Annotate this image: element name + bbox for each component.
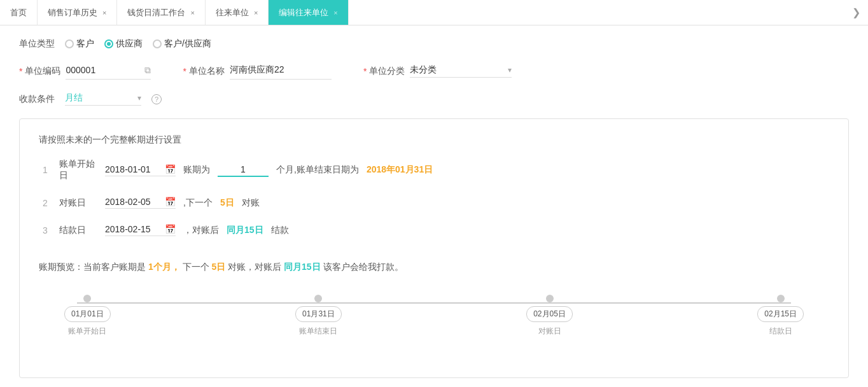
tab-edit-partner-label: 编辑往来单位: [279, 7, 328, 18]
unit-name-input-wrap: [230, 62, 332, 80]
tab-partner-close[interactable]: ×: [254, 9, 258, 17]
code-name-category-row: * 单位编码 ⧉ * 单位名称 * 单位分类 未分类 ▾: [19, 62, 849, 80]
tab-bar: 首页 销售订单历史 × 钱货日清工作台 × 往来单位 × 编辑往来单位 × ❯: [0, 0, 868, 25]
payment-dropdown[interactable]: 月结 ▾: [65, 92, 141, 106]
preview-h2: 5日: [211, 262, 225, 272]
row1-date-wrap: 📅: [105, 164, 176, 176]
row3-date-wrap: 📅: [105, 224, 176, 236]
timeline-node-2: 01月31日 账单结束日: [295, 295, 342, 337]
tab-sales-order[interactable]: 销售订单历史 ×: [38, 0, 117, 25]
row3-label: 结款日: [59, 225, 97, 236]
unit-code-star: *: [19, 66, 22, 76]
tab-partner-label: 往来单位: [216, 7, 249, 18]
unit-cat-label: 单位分类: [369, 66, 405, 77]
row3-suffix-post: 结款: [271, 225, 289, 236]
row2-date-wrap: 📅: [105, 197, 176, 209]
row3-cal-icon[interactable]: 📅: [165, 224, 176, 234]
radio-customer-label: 客户: [76, 38, 94, 50]
radio-customer[interactable]: 客户: [65, 38, 94, 50]
preview-h1: 1个月，: [148, 262, 180, 272]
timeline-badge-3: 02月05日: [526, 306, 573, 322]
tab-edit-partner-close[interactable]: ×: [333, 9, 337, 17]
row1-end-date: 2018年01月31日: [367, 164, 433, 176]
tab-sales-close[interactable]: ×: [102, 9, 106, 17]
tab-cash-daily[interactable]: 钱货日清工作台 ×: [117, 0, 205, 25]
radio-cs-label: 客户/供应商: [164, 38, 211, 50]
row1-num: 1: [39, 165, 52, 175]
settings-box: 请按照未来的一个完整帐期进行设置 1 账单开始日 📅 账期为 个月,账单结束日期…: [19, 118, 849, 378]
unit-name-star: *: [183, 66, 186, 76]
payment-value: 月结: [65, 92, 135, 104]
row1-period-input[interactable]: [218, 163, 269, 177]
row3-suffix-pre: ，对账后: [183, 225, 219, 236]
preview-suffix: 该客户会给我打款。: [323, 262, 403, 272]
setting-row-2: 2 对账日 📅 ,下一个 5日 对账: [39, 197, 829, 209]
tab-home[interactable]: 首页: [0, 0, 38, 25]
tab-more-icon: ❯: [852, 6, 860, 18]
unit-name-group: * 单位名称: [183, 62, 331, 80]
row1-suffix-mid: 个月,账单结束日期为: [276, 164, 359, 176]
radio-supplier-circle: [104, 39, 113, 48]
tab-edit-partner[interactable]: 编辑往来单位 ×: [269, 0, 348, 25]
settings-title: 请按照未来的一个完整帐期进行设置: [39, 134, 829, 146]
tab-cash-label: 钱货日清工作台: [127, 7, 185, 18]
row1-label: 账单开始日: [59, 158, 97, 181]
unit-code-group: * 单位编码 ⧉: [19, 62, 151, 80]
unit-category-group: * 单位分类 未分类 ▾: [363, 64, 512, 78]
row2-num: 2: [39, 198, 52, 208]
row2-cal-icon[interactable]: 📅: [165, 197, 176, 207]
tab-cash-close[interactable]: ×: [190, 9, 194, 17]
timeline-dot-3: [546, 295, 554, 302]
preview-h3: 同月15日: [284, 262, 321, 272]
unit-category-dropdown[interactable]: 未分类 ▾: [410, 64, 512, 78]
row2-suffix-pre: ,下一个: [183, 197, 213, 209]
timeline-label-4: 结款日: [769, 326, 792, 337]
preview-text: 账期预览：当前客户账期是 1个月， 下一个 5日 对账，对账后 同月15日 该客…: [39, 262, 829, 273]
tab-home-label: 首页: [10, 7, 27, 18]
tab-sales-label: 销售订单历史: [48, 7, 97, 18]
unit-type-label: 单位类型: [19, 38, 55, 50]
unit-type-row: 单位类型 客户 供应商 客户/供应商: [19, 38, 849, 50]
timeline-label-2: 账单结束日: [299, 326, 337, 337]
radio-customer-circle: [65, 39, 74, 48]
radio-supplier-label: 供应商: [116, 38, 143, 50]
radio-supplier[interactable]: 供应商: [104, 38, 143, 50]
row2-label: 对账日: [59, 197, 97, 209]
row3-highlight: 同月15日: [227, 225, 263, 236]
unit-name-label: 单位名称: [189, 66, 225, 77]
row3-date-input[interactable]: [105, 224, 162, 234]
setting-row-3: 3 结款日 📅 ，对账后 同月15日 结款: [39, 224, 829, 236]
unit-code-copy-icon[interactable]: ⧉: [144, 65, 151, 76]
row3-num: 3: [39, 225, 52, 236]
payment-label: 收款条件: [19, 94, 55, 105]
timeline-badge-4: 02月15日: [757, 306, 804, 322]
payment-arrow: ▾: [137, 94, 141, 102]
timeline-node-3: 02月05日 对账日: [526, 295, 573, 337]
timeline-badge-2: 01月31日: [295, 306, 342, 322]
preview-m1: 下一个: [183, 262, 209, 272]
preview-m2: 对账，对账后: [228, 262, 281, 272]
row2-highlight: 5日: [220, 197, 234, 209]
row1-date-input[interactable]: [105, 164, 162, 174]
tab-partner[interactable]: 往来单位 ×: [206, 0, 269, 25]
unit-code-label: 单位编码: [25, 66, 60, 77]
unit-name-input[interactable]: [230, 62, 332, 78]
row2-date-input[interactable]: [105, 197, 162, 207]
setting-row-1: 1 账单开始日 📅 账期为 个月,账单结束日期为 2018年01月31日: [39, 158, 829, 181]
row1-cal-icon[interactable]: 📅: [165, 164, 176, 174]
payment-condition-row: 收款条件 月结 ▾ ?: [19, 92, 849, 106]
timeline-label-1: 账单开始日: [68, 326, 106, 337]
unit-cat-arrow: ▾: [508, 66, 512, 74]
preview-prefix: 账期预览：当前客户账期是: [39, 262, 146, 272]
payment-help-icon[interactable]: ?: [151, 94, 162, 104]
timeline-dot-4: [777, 295, 785, 302]
timeline-node-4: 02月15日 结款日: [757, 295, 804, 337]
row2-suffix-post: 对账: [242, 197, 260, 209]
timeline-dot-1: [83, 295, 91, 302]
main-content: 单位类型 客户 供应商 客户/供应商 * 单位编码 ⧉: [0, 25, 868, 387]
timeline-label-3: 对账日: [538, 326, 561, 337]
radio-customer-supplier[interactable]: 客户/供应商: [153, 38, 211, 50]
timeline-container: 01月01日 账单开始日 01月31日 账单结束日 02月05日 对账日: [39, 288, 829, 362]
unit-code-input[interactable]: [66, 62, 142, 78]
tab-more-button[interactable]: ❯: [844, 0, 868, 25]
